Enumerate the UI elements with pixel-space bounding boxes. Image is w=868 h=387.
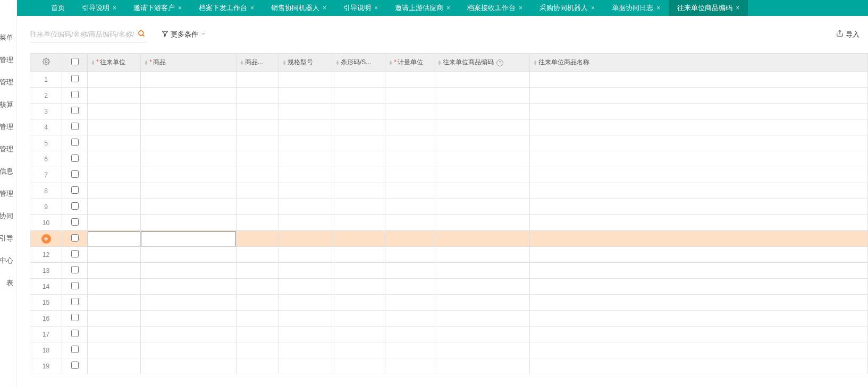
cell[interactable] bbox=[88, 183, 141, 199]
tab[interactable]: 往来单位商品编码× bbox=[669, 0, 748, 16]
cell[interactable] bbox=[141, 263, 237, 279]
row-checkbox[interactable] bbox=[71, 202, 79, 210]
cell[interactable] bbox=[434, 119, 530, 135]
header-measure[interactable]: ▲▼*计量单位 bbox=[385, 54, 434, 72]
cell[interactable] bbox=[88, 215, 141, 231]
header-unit-name[interactable]: ▲▼往来单位商品名称 bbox=[530, 54, 868, 72]
sidebar-item[interactable]: 中心 bbox=[0, 250, 16, 272]
cell[interactable] bbox=[385, 279, 434, 295]
tab[interactable]: 邀请上游供应商× bbox=[386, 0, 459, 16]
close-icon[interactable]: × bbox=[178, 4, 182, 12]
cell[interactable] bbox=[530, 295, 868, 311]
cell[interactable] bbox=[237, 183, 279, 199]
cell[interactable] bbox=[332, 247, 385, 263]
cell[interactable] bbox=[434, 279, 530, 295]
cell[interactable] bbox=[237, 231, 279, 247]
sidebar-item[interactable]: 菜单 bbox=[0, 27, 16, 49]
cell[interactable] bbox=[141, 215, 237, 231]
cell[interactable] bbox=[434, 311, 530, 326]
cell[interactable] bbox=[88, 104, 141, 119]
cell[interactable] bbox=[141, 311, 237, 326]
cell[interactable] bbox=[332, 72, 385, 88]
cell[interactable] bbox=[385, 135, 434, 151]
cell[interactable] bbox=[434, 342, 530, 358]
table-row[interactable]: 1 bbox=[30, 72, 868, 88]
table-row[interactable]: 6 bbox=[30, 151, 868, 167]
table-row[interactable]: 12 bbox=[30, 247, 868, 263]
cell[interactable] bbox=[434, 167, 530, 183]
tab[interactable]: 档案接收工作台× bbox=[459, 0, 531, 16]
more-conditions-button[interactable]: 更多条件 bbox=[162, 30, 206, 39]
cell[interactable] bbox=[530, 342, 868, 358]
cell[interactable] bbox=[385, 119, 434, 135]
cell[interactable] bbox=[88, 279, 141, 295]
cell[interactable] bbox=[385, 88, 434, 104]
cell[interactable] bbox=[279, 151, 332, 167]
row-checkbox[interactable] bbox=[71, 123, 79, 130]
cell[interactable] bbox=[237, 311, 279, 326]
cell[interactable] bbox=[332, 88, 385, 104]
cell[interactable] bbox=[279, 183, 332, 199]
cell[interactable] bbox=[141, 295, 237, 311]
cell[interactable] bbox=[279, 279, 332, 295]
table-row[interactable]: 4 bbox=[30, 119, 868, 135]
cell[interactable] bbox=[279, 311, 332, 326]
cell[interactable] bbox=[434, 104, 530, 119]
cell[interactable] bbox=[279, 342, 332, 358]
cell[interactable] bbox=[279, 247, 332, 263]
cell[interactable] bbox=[237, 295, 279, 311]
cell[interactable] bbox=[385, 215, 434, 231]
cell[interactable] bbox=[332, 342, 385, 358]
tab[interactable]: 引导说明× bbox=[73, 0, 125, 16]
cell[interactable] bbox=[530, 135, 868, 151]
row-checkbox[interactable] bbox=[71, 154, 79, 162]
cell[interactable] bbox=[332, 263, 385, 279]
cell[interactable] bbox=[279, 231, 332, 247]
sidebar-item[interactable]: 信息 bbox=[0, 160, 16, 183]
cell[interactable] bbox=[279, 326, 332, 342]
cell[interactable] bbox=[141, 342, 237, 358]
cell[interactable] bbox=[332, 358, 385, 374]
tab[interactable]: 首页 bbox=[43, 0, 73, 16]
close-icon[interactable]: × bbox=[323, 4, 326, 12]
cell[interactable] bbox=[237, 247, 279, 263]
cell[interactable] bbox=[88, 151, 141, 167]
cell[interactable] bbox=[141, 72, 237, 88]
cell[interactable] bbox=[279, 167, 332, 183]
cell[interactable] bbox=[332, 167, 385, 183]
cell[interactable] bbox=[332, 231, 385, 247]
row-checkbox[interactable] bbox=[71, 346, 79, 353]
cell[interactable] bbox=[279, 135, 332, 151]
cell[interactable] bbox=[237, 263, 279, 279]
cell[interactable] bbox=[332, 311, 385, 326]
cell[interactable] bbox=[141, 326, 237, 342]
table-row[interactable]: 15 bbox=[30, 295, 868, 311]
cell[interactable] bbox=[530, 183, 868, 199]
tab[interactable]: 单据协同日志× bbox=[603, 0, 669, 16]
cell[interactable] bbox=[530, 199, 868, 215]
row-checkbox[interactable] bbox=[71, 170, 79, 178]
cell[interactable] bbox=[530, 72, 868, 88]
cell[interactable] bbox=[141, 104, 237, 119]
header-settings[interactable] bbox=[30, 54, 62, 72]
row-checkbox[interactable] bbox=[71, 298, 79, 305]
cell[interactable] bbox=[237, 72, 279, 88]
cell[interactable] bbox=[434, 295, 530, 311]
cell[interactable] bbox=[237, 199, 279, 215]
cell[interactable] bbox=[88, 199, 141, 215]
cell[interactable] bbox=[237, 279, 279, 295]
cell[interactable] bbox=[530, 279, 868, 295]
close-icon[interactable]: × bbox=[519, 4, 523, 12]
sidebar-item[interactable]: 核算 bbox=[0, 93, 16, 116]
row-checkbox[interactable] bbox=[71, 91, 79, 98]
cell[interactable] bbox=[88, 295, 141, 311]
help-icon[interactable]: ? bbox=[496, 59, 503, 66]
cell[interactable] bbox=[385, 151, 434, 167]
table-row[interactable]: 17 bbox=[30, 326, 868, 342]
cell[interactable] bbox=[434, 358, 530, 374]
cell[interactable] bbox=[237, 326, 279, 342]
cell[interactable] bbox=[237, 104, 279, 119]
cell[interactable] bbox=[385, 183, 434, 199]
row-checkbox[interactable] bbox=[71, 282, 79, 289]
cell[interactable] bbox=[530, 311, 868, 326]
